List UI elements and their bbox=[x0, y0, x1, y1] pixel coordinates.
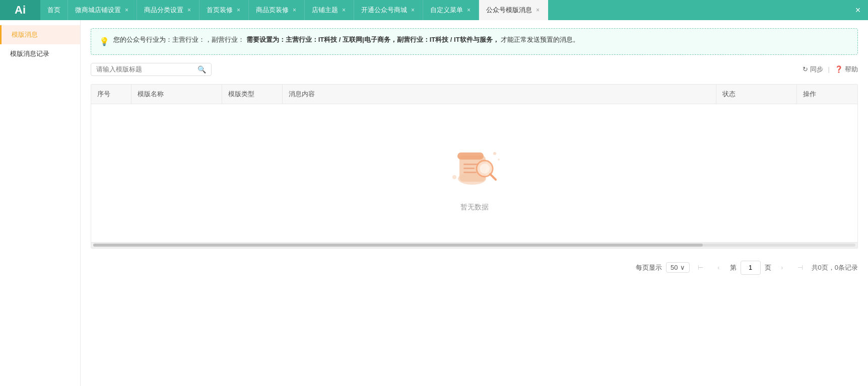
data-table: 序号 模版名称 模版类型 消息内容 状态 操作 bbox=[91, 84, 858, 249]
nav-tab-label: 首页装修 bbox=[207, 6, 233, 15]
nav-tab-label: 商品分类设置 bbox=[144, 6, 183, 15]
nav-tab-label: 店铺主题 bbox=[312, 6, 338, 15]
content-area: 💡 您的公众号行业为：主营行业：，副营行业： 需要设置为：主营行业：IT科技 /… bbox=[81, 20, 868, 386]
chevron-down-icon: ∨ bbox=[680, 264, 685, 271]
svg-point-9 bbox=[493, 152, 496, 155]
svg-line-8 bbox=[490, 174, 496, 180]
svg-rect-3 bbox=[463, 164, 479, 165]
col-status: 状态 bbox=[716, 85, 797, 104]
col-action: 操作 bbox=[797, 85, 857, 104]
page-label-post: 页 bbox=[765, 263, 771, 272]
nav-tab-category[interactable]: 商品分类设置× bbox=[137, 0, 199, 20]
search-input-wrap[interactable]: 🔍 bbox=[91, 63, 212, 76]
svg-rect-5 bbox=[463, 172, 477, 173]
sidebar: 模版消息 模版消息记录 bbox=[0, 20, 81, 386]
nav-tab-close-icon[interactable]: × bbox=[341, 6, 347, 15]
current-page-input[interactable] bbox=[741, 261, 761, 275]
nav-tabs: 首页微商城店铺设置×商品分类设置×首页装修×商品页装修×店铺主题×开通公众号商城… bbox=[40, 0, 848, 20]
svg-point-7 bbox=[480, 164, 490, 174]
svg-rect-4 bbox=[463, 168, 475, 169]
col-type: 模版类型 bbox=[222, 85, 283, 104]
notice-text: 您的公众号行业为：主营行业：，副营行业： 需要设置为：主营行业：IT科技 / 互… bbox=[113, 35, 579, 45]
table-header: 序号 模版名称 模版类型 消息内容 状态 操作 bbox=[91, 85, 857, 104]
nav-tab-productpage[interactable]: 商品页装修× bbox=[249, 0, 305, 20]
nav-tab-label: 自定义菜单 bbox=[430, 6, 463, 15]
nav-tab-label: 微商城店铺设置 bbox=[75, 6, 121, 15]
nav-tab-weishop[interactable]: 微商城店铺设置× bbox=[68, 0, 137, 20]
page-size-select[interactable]: 50 ∨ bbox=[666, 262, 689, 273]
close-all-button[interactable]: × bbox=[848, 5, 868, 16]
search-icon[interactable]: 🔍 bbox=[197, 65, 206, 73]
page-size-label: 每页显示 bbox=[636, 263, 662, 272]
search-input[interactable] bbox=[96, 65, 197, 73]
nav-tab-close-icon[interactable]: × bbox=[410, 6, 416, 15]
nav-tab-close-icon[interactable]: × bbox=[292, 6, 297, 15]
svg-point-11 bbox=[452, 175, 456, 179]
nav-tab-close-icon[interactable]: × bbox=[186, 6, 192, 15]
pagination: 每页显示 50 ∨ ⊢ ‹ 第 页 › ⊣ 共0页，0条记录 bbox=[91, 257, 858, 279]
nav-tab-custommenu[interactable]: 自定义菜单× bbox=[423, 0, 479, 20]
svg-point-10 bbox=[498, 159, 500, 161]
col-name: 模版名称 bbox=[131, 85, 222, 104]
nav-tab-theme[interactable]: 店铺主题× bbox=[305, 0, 354, 20]
empty-state: 暂无数据 bbox=[91, 104, 857, 242]
toolbar-divider: | bbox=[828, 65, 830, 73]
nav-tab-close-icon[interactable]: × bbox=[466, 6, 472, 15]
sync-button[interactable]: ↻ 同步 bbox=[803, 65, 823, 74]
notice-box: 💡 您的公众号行业为：主营行业：，副营行业： 需要设置为：主营行业：IT科技 /… bbox=[91, 28, 858, 55]
lightbulb-icon: 💡 bbox=[99, 35, 109, 48]
empty-illustration bbox=[444, 134, 505, 195]
sidebar-item-template-msg-record[interactable]: 模版消息记录 bbox=[0, 44, 80, 63]
last-page-button[interactable]: ⊣ bbox=[793, 261, 808, 275]
svg-rect-2 bbox=[457, 152, 484, 160]
app-logo: Ai bbox=[0, 0, 40, 20]
horizontal-scrollbar[interactable] bbox=[91, 242, 857, 248]
next-page-button[interactable]: › bbox=[775, 261, 789, 275]
col-index: 序号 bbox=[91, 85, 131, 104]
scrollbar-track bbox=[93, 244, 855, 247]
help-button[interactable]: ❓ 帮助 bbox=[835, 65, 858, 74]
page-size-value: 50 bbox=[671, 264, 678, 271]
prev-page-button[interactable]: ‹ bbox=[712, 261, 726, 275]
first-page-button[interactable]: ⊢ bbox=[694, 261, 708, 275]
top-nav: Ai 首页微商城店铺设置×商品分类设置×首页装修×商品页装修×店铺主题×开通公众… bbox=[0, 0, 868, 20]
toolbar-right: ↻ 同步 | ❓ 帮助 bbox=[803, 65, 858, 74]
nav-tab-home[interactable]: 首页 bbox=[40, 0, 68, 20]
nav-tab-templatemsg[interactable]: 公众号模版消息× bbox=[479, 0, 548, 20]
nav-tab-close-icon[interactable]: × bbox=[535, 6, 541, 15]
nav-tab-label: 首页 bbox=[47, 6, 60, 15]
nav-tab-wxstore[interactable]: 开通公众号商城× bbox=[354, 0, 423, 20]
nav-tab-homepage[interactable]: 首页装修× bbox=[199, 0, 249, 20]
nav-tab-close-icon[interactable]: × bbox=[124, 6, 129, 15]
sync-icon: ↻ bbox=[803, 65, 808, 73]
scrollbar-thumb[interactable] bbox=[93, 244, 703, 247]
total-info: 共0页，0条记录 bbox=[812, 263, 858, 272]
search-bar: 🔍 ↻ 同步 | ❓ 帮助 bbox=[91, 63, 858, 76]
col-content: 消息内容 bbox=[283, 85, 716, 104]
help-icon: ❓ bbox=[835, 65, 843, 73]
nav-tab-label: 公众号模版消息 bbox=[486, 6, 532, 15]
main-layout: 模版消息 模版消息记录 💡 您的公众号行业为：主营行业：，副营行业： 需要设置为… bbox=[0, 20, 868, 386]
nav-tab-label: 商品页装修 bbox=[256, 6, 289, 15]
page-label-pre: 第 bbox=[730, 263, 737, 272]
empty-text: 暂无数据 bbox=[460, 203, 489, 212]
nav-tab-label: 开通公众号商城 bbox=[361, 6, 407, 15]
sidebar-item-template-msg[interactable]: 模版消息 bbox=[0, 25, 80, 44]
nav-tab-close-icon[interactable]: × bbox=[236, 6, 241, 15]
